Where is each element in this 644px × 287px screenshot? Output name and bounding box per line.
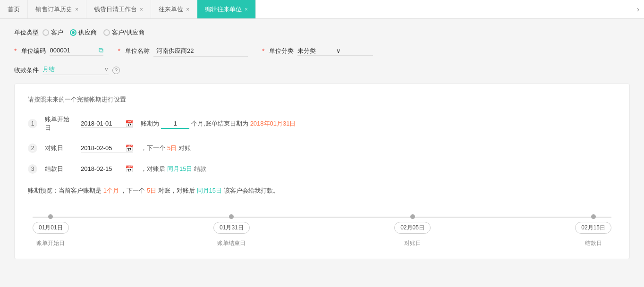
timeline-badge-1: 01月01日 — [33, 222, 69, 234]
help-icon[interactable]: ? — [112, 67, 120, 74]
radio-circle-customer — [42, 29, 49, 36]
tab-home[interactable]: 首页 — [0, 0, 28, 18]
timeline-dot-2 — [229, 214, 234, 219]
period-num-1: 1 — [28, 119, 37, 128]
tab-cash-work[interactable]: 钱货日清工作台 × — [86, 0, 151, 18]
tab-close-edit-partner[interactable]: × — [245, 6, 248, 13]
radio-circle-both — [103, 29, 110, 36]
timeline-point-1: 01月01日 账单开始日 — [33, 207, 69, 247]
copy-icon[interactable]: ⧉ — [99, 46, 103, 54]
unit-code-label: 单位编码 — [21, 47, 46, 55]
timeline-point-2: 01月31日 账单结束日 — [213, 207, 250, 247]
date-input-1: 📅 — [81, 120, 133, 128]
tab-sales-history[interactable]: 销售订单历史 × — [28, 0, 86, 18]
timeline-badge-4: 02月15日 — [575, 222, 611, 234]
period-label-2: 对账日 — [45, 144, 73, 152]
timeline: 01月01日 账单开始日 01月31日 账单结束日 02月05日 对账日 — [28, 207, 616, 247]
tab-edit-partner[interactable]: 编辑往来单位 × — [197, 0, 256, 18]
reconcile-date-input[interactable] — [81, 144, 123, 152]
tab-close-partner[interactable]: × — [186, 6, 189, 13]
preview-payment-day: 同月15日 — [197, 187, 222, 194]
unit-category-select[interactable]: 未分类 ∨ — [297, 47, 373, 56]
preview-text: 账期预览：当前客户账期是 1个月 ，下一个 5日 对账，对账后 同月15日 该客… — [28, 185, 616, 196]
payment-terms-value: 月结 — [42, 65, 102, 74]
category-dropdown-arrow: ∨ — [336, 47, 373, 54]
payment-terms-select[interactable]: 月结 ∨ — [42, 65, 109, 75]
calendar-icon-3[interactable]: 📅 — [125, 165, 133, 173]
start-date-input[interactable] — [81, 120, 123, 127]
end-date-highlight: 2018年01月31日 — [250, 119, 296, 128]
unit-type-row: 单位类型 客户 供应商 客户/供应商 — [14, 28, 630, 37]
card-hint: 请按照未来的一个完整帐期进行设置 — [28, 95, 616, 104]
timeline-label-2: 账单结束日 — [217, 239, 246, 247]
unit-code-input-wrapper: ⧉ — [50, 46, 103, 56]
calendar-icon-2[interactable]: 📅 — [125, 144, 133, 152]
unit-code-group: * 单位编码 ⧉ — [14, 46, 103, 56]
unit-name-label: 单位名称 — [125, 47, 150, 55]
preview-day: 5日 — [147, 187, 156, 194]
date-input-3: 📅 — [81, 165, 133, 173]
tab-bar: 首页 销售订单历史 × 钱货日清工作台 × 往来单位 × 编辑往来单位 × › — [0, 0, 644, 19]
period-desc-1: 账期为 个月,账单结束日期为 2018年01月31日 — [141, 119, 296, 129]
timeline-label-3: 对账日 — [404, 239, 421, 247]
timeline-badge-3: 02月05日 — [394, 222, 431, 234]
period-card: 请按照未来的一个完整帐期进行设置 1 账单开始日 📅 账期为 个月,账单结束日期… — [14, 84, 630, 259]
unit-type-group: 单位类型 客户 供应商 客户/供应商 — [14, 28, 144, 37]
period-row-2: 2 对账日 📅 ，下一个 5日 对账 — [28, 144, 616, 153]
fields-row: * 单位编码 ⧉ * 单位名称 * 单位分类 未分类 ∨ — [14, 45, 630, 57]
radio-group: 客户 供应商 客户/供应商 — [42, 28, 144, 37]
period-row-3: 3 结款日 📅 ，对账后 同月15日 结款 — [28, 164, 616, 174]
timeline-points: 01月01日 账单开始日 01月31日 账单结束日 02月05日 对账日 — [33, 207, 611, 247]
period-num-2: 2 — [28, 144, 37, 153]
period-desc-3: ，对账后 同月15日 结款 — [141, 165, 206, 173]
main-content: 单位类型 客户 供应商 客户/供应商 * 单位编码 — [0, 19, 644, 287]
unit-name-group: * 单位名称 — [118, 45, 247, 57]
unit-code-input[interactable] — [50, 47, 97, 54]
payment-terms-label: 收款条件 — [14, 66, 39, 75]
radio-both[interactable]: 客户/供应商 — [103, 28, 144, 37]
timeline-label-1: 账单开始日 — [36, 239, 65, 247]
timeline-point-4: 02月15日 结款日 — [575, 207, 611, 247]
timeline-badge-2: 01月31日 — [213, 222, 250, 234]
preview-months: 1个月 — [103, 187, 119, 194]
tab-partner[interactable]: 往来单位 × — [151, 0, 197, 18]
radio-customer[interactable]: 客户 — [42, 28, 63, 37]
date-input-2: 📅 — [81, 144, 133, 152]
payment-terms-arrow: ∨ — [104, 66, 109, 73]
unit-category-group: * 单位分类 未分类 ∨ — [262, 47, 373, 56]
timeline-dot-3 — [410, 214, 415, 219]
payment-terms-group: 收款条件 月结 ∨ ? — [14, 65, 120, 75]
timeline-label-4: 结款日 — [585, 239, 602, 247]
period-label-3: 结款日 — [45, 165, 73, 173]
timeline-dot-4 — [591, 214, 596, 219]
unit-category-label: 单位分类 — [269, 47, 294, 55]
tab-close-sales-history[interactable]: × — [75, 6, 78, 13]
period-label-1: 账单开始日 — [45, 115, 73, 132]
radio-circle-supplier — [70, 29, 76, 36]
tab-close-cash-work[interactable]: × — [140, 6, 143, 13]
tab-arrow[interactable]: › — [632, 0, 644, 18]
radio-supplier[interactable]: 供应商 — [70, 28, 97, 37]
unit-type-label: 单位类型 — [14, 28, 39, 37]
period-desc-2: ，下一个 5日 对账 — [141, 144, 191, 152]
payment-terms-row: 收款条件 月结 ∨ ? — [14, 65, 630, 75]
payment-date-input[interactable] — [81, 165, 123, 172]
unit-name-input[interactable] — [153, 45, 248, 57]
month-input[interactable] — [161, 119, 189, 129]
timeline-point-3: 02月05日 对账日 — [394, 207, 431, 247]
timeline-dot-1 — [48, 214, 53, 219]
period-num-3: 3 — [28, 164, 37, 174]
calendar-icon-1[interactable]: 📅 — [125, 120, 133, 127]
period-row-1: 1 账单开始日 📅 账期为 个月,账单结束日期为 2018年01月31日 — [28, 115, 616, 132]
